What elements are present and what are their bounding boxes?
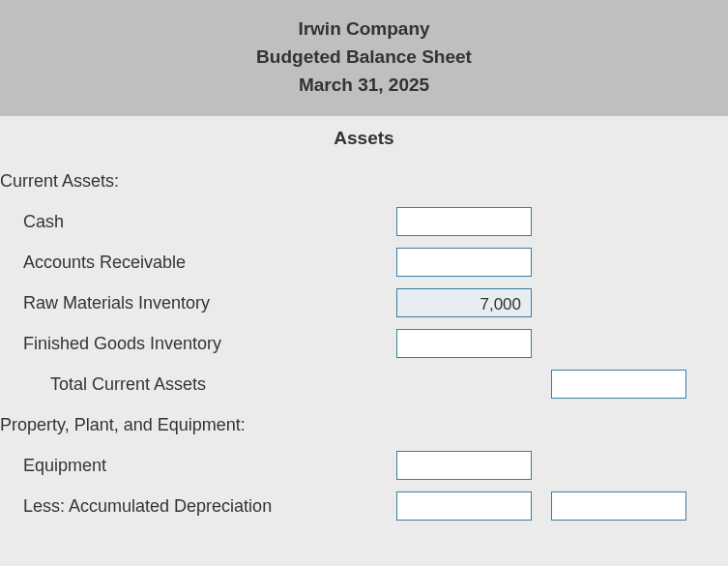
label-less-accum-depr: Less: Accumulated Depreciation — [0, 496, 387, 517]
label-accounts-receivable: Accounts Receivable — [0, 253, 387, 273]
row-ppe-heading: Property, Plant, and Equipment: — [0, 404, 728, 445]
assets-section-title: Assets — [0, 116, 728, 161]
input-less-accum-depr-col1[interactable] — [396, 492, 532, 521]
input-cash[interactable] — [396, 207, 532, 236]
row-less-accum-depr: Less: Accumulated Depreciation — [0, 486, 728, 526]
statement-date: March 31, 2025 — [0, 74, 728, 96]
input-less-accum-depr-col2[interactable] — [551, 492, 686, 521]
row-accounts-receivable: Accounts Receivable — [0, 242, 728, 283]
label-current-assets: Current Assets: — [0, 171, 387, 192]
label-raw-materials: Raw Materials Inventory — [0, 293, 387, 313]
input-total-current-assets[interactable] — [551, 370, 686, 399]
label-total-current-assets: Total Current Assets — [0, 374, 387, 395]
statement-header: Irwin Company Budgeted Balance Sheet Mar… — [0, 0, 728, 116]
label-cash: Cash — [0, 212, 387, 232]
row-total-current-assets: Total Current Assets — [0, 364, 728, 404]
row-cash: Cash — [0, 201, 728, 242]
statement-title: Budgeted Balance Sheet — [0, 46, 728, 68]
input-equipment[interactable] — [396, 451, 532, 480]
value-raw-materials[interactable]: 7,000 — [396, 288, 532, 317]
label-equipment: Equipment — [0, 456, 387, 476]
input-finished-goods[interactable] — [396, 329, 532, 358]
input-accounts-receivable[interactable] — [396, 248, 532, 277]
label-ppe: Property, Plant, and Equipment: — [0, 415, 387, 435]
row-equipment: Equipment — [0, 445, 728, 486]
company-name: Irwin Company — [0, 18, 728, 40]
label-finished-goods: Finished Goods Inventory — [0, 334, 387, 354]
row-raw-materials: Raw Materials Inventory 7,000 — [0, 283, 728, 323]
balance-sheet-body: Current Assets: Cash Accounts Receivable… — [0, 161, 728, 526]
row-current-assets-heading: Current Assets: — [0, 161, 728, 201]
row-finished-goods: Finished Goods Inventory — [0, 323, 728, 364]
